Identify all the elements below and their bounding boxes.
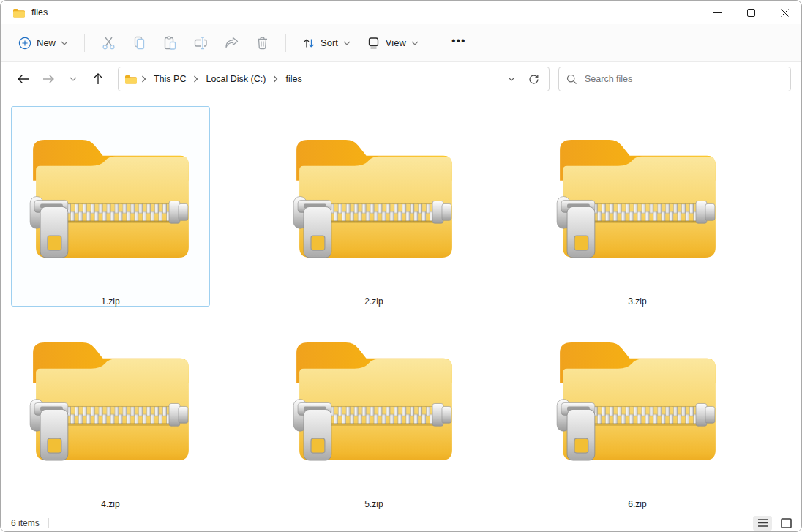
toolbar-separator (435, 34, 435, 52)
breadcrumb-item-files[interactable]: files (280, 72, 307, 86)
cut-icon (101, 35, 116, 50)
view-box-icon (367, 36, 381, 50)
rename-icon (192, 35, 209, 50)
copy-icon (132, 35, 147, 50)
zipped-folder-icon (555, 134, 720, 262)
file-label: 6.zip (628, 499, 646, 509)
share-icon (224, 35, 239, 50)
zipped-folder-icon (29, 134, 193, 262)
address-dropdown-chevron[interactable] (502, 70, 521, 89)
recent-locations-chevron[interactable] (61, 67, 86, 91)
file-tile[interactable]: 3.zip (538, 106, 737, 307)
sort-button-label: Sort (321, 37, 338, 48)
breadcrumb-chevron-icon (140, 75, 147, 83)
breadcrumb-chevron-icon (272, 75, 279, 83)
delete-button[interactable] (247, 30, 277, 56)
minimize-button[interactable] (700, 1, 734, 24)
details-view-button[interactable] (753, 516, 772, 531)
toolbar-separator (84, 34, 85, 52)
refresh-button[interactable] (524, 70, 543, 89)
address-bar[interactable]: This PC Local Disk (C:) files (118, 67, 550, 91)
item-count: 6 items (11, 518, 40, 528)
sort-arrows-icon (302, 37, 315, 50)
zipped-folder-icon (292, 337, 457, 465)
status-bar: 6 items (1, 514, 801, 531)
file-list-area[interactable]: 1.zip 2.zip 3.zip 4.zip 5.zip 6.zip (1, 96, 801, 514)
file-tile[interactable]: 2.zip (274, 106, 473, 307)
view-button-label: View (386, 37, 406, 48)
title-bar: files (1, 1, 801, 24)
search-box[interactable] (558, 67, 791, 91)
view-button[interactable]: View (359, 30, 426, 56)
share-button[interactable] (217, 30, 246, 56)
sort-button[interactable]: Sort (295, 30, 358, 56)
file-explorer-window: files New (0, 0, 802, 532)
command-bar: New (1, 24, 801, 62)
file-tile[interactable]: 1.zip (11, 106, 210, 307)
up-button[interactable] (86, 67, 110, 91)
search-input[interactable] (585, 74, 783, 84)
file-label: 4.zip (101, 499, 119, 509)
new-button[interactable]: New (11, 30, 75, 56)
zipped-folder-icon (29, 337, 193, 465)
close-button[interactable] (768, 1, 801, 24)
status-separator (48, 518, 49, 528)
maximize-button[interactable] (734, 1, 768, 24)
back-button[interactable] (11, 67, 36, 91)
more-ellipsis-icon: ••• (451, 37, 466, 49)
folder-icon (12, 7, 26, 19)
see-more-button[interactable]: ••• (444, 30, 473, 56)
window-title: files (31, 7, 48, 18)
cut-button[interactable] (94, 30, 123, 56)
paste-button[interactable] (155, 30, 184, 56)
paste-icon (162, 35, 178, 50)
breadcrumb: This PC Local Disk (C:) files (140, 72, 502, 86)
file-tile[interactable]: 4.zip (11, 309, 210, 509)
file-tile[interactable]: 5.zip (274, 309, 473, 509)
file-label: 1.zip (101, 296, 119, 307)
delete-icon (255, 35, 270, 50)
folder-icon (124, 73, 138, 86)
breadcrumb-item-this-pc[interactable]: This PC (149, 72, 191, 86)
file-label: 5.zip (364, 499, 383, 509)
breadcrumb-chevron-icon (192, 75, 199, 83)
copy-button[interactable] (124, 30, 154, 56)
file-grid: 1.zip 2.zip 3.zip 4.zip 5.zip 6.zip (11, 106, 801, 509)
magnifier-icon (566, 74, 577, 85)
address-row: This PC Local Disk (C:) files (1, 62, 801, 96)
file-label: 2.zip (364, 296, 383, 307)
zipped-folder-icon (292, 134, 457, 262)
file-label: 3.zip (628, 296, 646, 307)
chevron-down-icon (411, 41, 419, 45)
chevron-down-icon (61, 41, 68, 45)
new-button-label: New (37, 37, 56, 48)
file-tile[interactable]: 6.zip (538, 309, 737, 509)
chevron-down-icon (343, 41, 351, 45)
rename-button[interactable] (186, 30, 215, 56)
zipped-folder-icon (555, 337, 720, 465)
large-thumbnails-view-button[interactable] (776, 516, 795, 531)
toolbar-separator (285, 34, 286, 52)
plus-circle-icon (18, 37, 31, 50)
breadcrumb-item-local-disk[interactable]: Local Disk (C:) (200, 72, 271, 86)
forward-button[interactable] (36, 67, 61, 91)
